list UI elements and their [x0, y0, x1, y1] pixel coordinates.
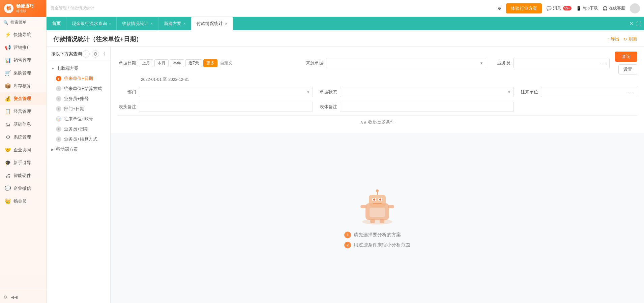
sidebar-item-wechat[interactable]: 💬 企业微信 [0, 182, 46, 195]
sidebar-item-member[interactable]: 👑 畅会员 [0, 195, 46, 208]
scheme-panel: 按以下方案查询 + ⚙ 《 [47, 47, 111, 303]
setting-btn[interactable]: 设置 [618, 64, 637, 74]
partner-select[interactable]: ··· [541, 87, 637, 97]
message-btn[interactable]: 💬 消息 99+ [547, 5, 572, 11]
svg-rect-2 [369, 195, 386, 207]
sidebar-item-fund[interactable]: 💰 资金管理 [0, 92, 46, 105]
tab-close-all-btn[interactable]: ✕ [629, 21, 634, 27]
body-layout: 按以下方案查询 + ⚙ 《 [47, 47, 644, 303]
empty-texts: 1 请先选择要分析的方案 2 用过滤条件来缩小分析范围 [344, 232, 410, 248]
tab-payment-stat-label: 付款情况统计 [197, 21, 223, 27]
salesperson-ellipsis[interactable]: ··· [600, 60, 607, 66]
date-range-display: 2022-01-01 至 2022-12-31 [141, 77, 189, 82]
inventory-icon: 📦 [5, 83, 11, 89]
user-avatar[interactable] [630, 3, 640, 13]
wechat-icon: 💬 [5, 185, 11, 191]
scheme-group-mobile[interactable]: ▶ 移动端方案 [47, 144, 110, 154]
doc-status-control: ▼ [340, 87, 514, 97]
collapse-conditions-label: 收起更多条件 [368, 119, 394, 125]
doc-status-select[interactable]: ▼ [340, 87, 514, 97]
scheme-item-staff-date[interactable]: ≡ 业务员+日期 [47, 124, 110, 134]
body-remark-input[interactable] [340, 102, 514, 112]
scheme-group-desktop[interactable]: ▼ 电脑端方案 [47, 63, 110, 73]
query-btn[interactable]: 查询 [615, 52, 637, 62]
tab-cash-flow-close[interactable]: × [109, 22, 111, 26]
tab-new-scheme-close[interactable]: × [183, 22, 185, 26]
header-remark-input[interactable] [139, 102, 313, 112]
sidebar-item-hardware[interactable]: 🖨 智能硬件 [0, 169, 46, 182]
scheme-collapse-btn[interactable]: 《 [101, 51, 106, 57]
sidebar-item-label-operation: 经营管理 [13, 109, 31, 115]
tab-payment-stat[interactable]: 付款情况统计 × [191, 17, 233, 30]
tab-cash-flow[interactable]: 现金银行流水查询 × [66, 17, 117, 30]
sidebar-item-system[interactable]: ⚙ 系统管理 [0, 131, 46, 144]
scheme-item-staff-account[interactable]: ≡ 业务员+账号 [47, 94, 110, 104]
sidebar-bottom: ⚙ ◀◀ [0, 291, 46, 303]
scheme-label-staff-date: 业务员+日期 [64, 126, 89, 132]
salesperson-select[interactable]: ··· [513, 58, 610, 68]
sidebar-item-sales[interactable]: 📊 销售管理 [0, 54, 46, 67]
hardware-icon: 🖨 [5, 173, 11, 179]
filter-field-source: 来源单据 ▼ [304, 58, 486, 68]
scheme-panel-header-actions: + ⚙ 《 [82, 50, 106, 58]
source-select[interactable]: ▼ [326, 58, 486, 68]
date-btn-7days[interactable]: 近7天 [185, 59, 202, 67]
sidebar-settings-btn[interactable]: ⚙ [3, 295, 7, 300]
search-menu-item[interactable]: 🔍 搜索菜单 [0, 17, 46, 28]
source-arrow: ▼ [480, 61, 483, 65]
settings-icon: ⚙ [498, 6, 501, 11]
sidebar-item-quick-nav[interactable]: ⚡ 快捷导航 [0, 28, 46, 41]
app-download-btn[interactable]: 📱 App下载 [576, 5, 598, 11]
tab-maximize-btn[interactable]: ⛶ [636, 21, 641, 27]
doc-status-arrow: ▼ [507, 90, 511, 94]
scheme-item-partner-account[interactable]: 📊 往来单位+账号 [47, 114, 110, 124]
refresh-btn[interactable]: ↻ 刷新 [623, 36, 637, 42]
sidebar-item-basic[interactable]: 🗂 基础信息 [0, 118, 46, 131]
tab-home[interactable]: 首页 [47, 17, 66, 30]
tab-new-scheme[interactable]: 新建方案 × [158, 17, 191, 30]
logo-name: 畅捷通巧 [16, 3, 34, 9]
logo-sub: 标准版 [16, 9, 34, 13]
export-btn[interactable]: ↑ 导出 [607, 36, 620, 42]
filter-row-date-range: 2022-01-01 至 2022-12-31 [117, 77, 637, 82]
sidebar-item-cooperation[interactable]: 🤝 企业协同 [0, 144, 46, 156]
hint-text-1: 请先选择要分析的方案 [354, 232, 401, 238]
plus-icon: + [85, 51, 87, 57]
hint-num-1: 1 [344, 232, 351, 238]
tab-payment-stat-close[interactable]: × [225, 22, 227, 26]
sidebar-item-label-hardware: 智能硬件 [13, 173, 31, 179]
scheme-item-staff-settlement[interactable]: ≡ 业务员+结算方式 [47, 134, 110, 144]
sidebar-collapse-btn[interactable]: ◀◀ [11, 295, 18, 300]
gear-icon: ⚙ [93, 51, 98, 57]
sidebar-menu: ⚡ 快捷导航 📢 营销推广 📊 销售管理 🛒 采购管理 📦 库存核算 💰 资金管… [0, 28, 46, 291]
partner-ellipsis[interactable]: ··· [628, 89, 634, 95]
sidebar-item-operation[interactable]: 📋 经营管理 [0, 105, 46, 118]
export-label: 导出 [611, 36, 619, 42]
date-btn-this-month[interactable]: 本月 [154, 59, 169, 67]
sidebar-item-inventory[interactable]: 📦 库存核算 [0, 80, 46, 92]
scheme-add-btn[interactable]: + [82, 50, 90, 58]
scheme-item-dept-date[interactable]: ≡ 部门+日期 [47, 104, 110, 114]
date-btn-more[interactable]: 更多 [203, 59, 217, 67]
trial-btn[interactable]: 体验行业方案 [506, 3, 542, 13]
collapse-conditions-btn[interactable]: ∧∧ 收起更多条件 [117, 115, 637, 128]
date-btn-this-year[interactable]: 本年 [170, 59, 184, 67]
headset-icon: 🎧 [603, 6, 608, 11]
refresh-label: 刷新 [628, 36, 637, 42]
topbar-actions: ⚙ 体验行业方案 💬 消息 99+ 📱 App下载 🎧 在线客服 [498, 3, 640, 13]
dept-select[interactable]: ▼ [139, 87, 313, 97]
filter-section: 单据日期 上月 本月 本年 近7天 更多 自定义 [111, 47, 644, 133]
tab-receivable[interactable]: 收款情况统计 × [117, 17, 158, 30]
online-service-btn[interactable]: 🎧 在线客服 [603, 5, 625, 11]
scheme-item-partner-settlement[interactable]: ≡ 往来单位+结算方式 [47, 84, 110, 94]
settings-btn[interactable]: ⚙ [498, 6, 501, 11]
date-btn-last-month[interactable]: 上月 [139, 59, 153, 67]
breadcrumb-text: 资金管理 / 付款情况统计 [51, 5, 94, 11]
tab-receivable-close[interactable]: × [150, 22, 152, 26]
sidebar-item-marketing[interactable]: 📢 营销推广 [0, 41, 46, 54]
sidebar-item-purchase[interactable]: 🛒 采购管理 [0, 67, 46, 80]
sidebar-item-guide[interactable]: 🎓 新手引导 [0, 156, 46, 169]
scheme-item-partner-date[interactable]: ● 往来单位+日期 [47, 73, 110, 84]
scheme-group-desktop-label: 电脑端方案 [57, 65, 79, 71]
scheme-settings-btn[interactable]: ⚙ [92, 50, 99, 58]
